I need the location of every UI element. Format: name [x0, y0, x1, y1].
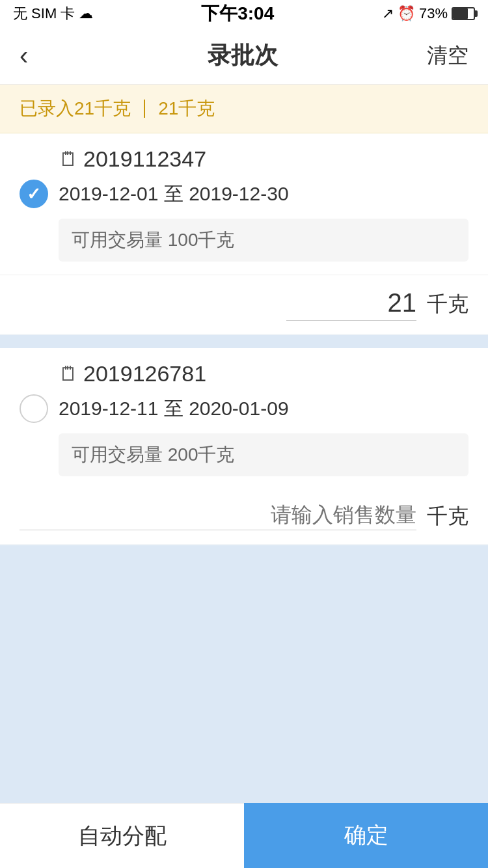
- sim-label: 无 SIM 卡 ☁: [13, 4, 93, 23]
- location-icon: ↗: [382, 5, 394, 22]
- batch-id-2: 2019126781: [83, 361, 206, 387]
- batch-card-1[interactable]: 🗒 2019112347 2019-12-01 至 2019-12-30 可用交…: [0, 133, 488, 334]
- qty-input-container: [20, 503, 416, 530]
- status-time: 下午3:04: [201, 1, 274, 26]
- page-title: 录批次: [208, 40, 278, 72]
- back-button[interactable]: ‹: [20, 41, 59, 70]
- amount-input-area-1: 21: [286, 288, 416, 321]
- battery-icon: [452, 7, 475, 20]
- auto-distribute-button[interactable]: 自动分配: [0, 803, 244, 868]
- confirm-button[interactable]: 确定: [244, 803, 488, 868]
- unit-label-2: 千克: [427, 502, 468, 531]
- batch-qty-2: 可用交易量 200千克: [59, 433, 468, 476]
- batch-icon-2: 🗒: [59, 363, 78, 385]
- radio-2[interactable]: [20, 394, 48, 423]
- status-bar: 无 SIM 卡 ☁ 下午3:04 ↗ ⏰ 73%: [0, 0, 488, 27]
- clear-button[interactable]: 清空: [427, 42, 468, 70]
- batch-id-row-2: 🗒 2019126781: [20, 361, 468, 387]
- info-recorded-label: 已录入21千克: [20, 96, 131, 121]
- battery-label: 73%: [419, 5, 448, 22]
- batch-date-row-1: 2019-12-01 至 2019-12-30: [20, 180, 468, 208]
- batch-card-2[interactable]: 🗒 2019126781 2019-12-11 至 2020-01-09 可用交…: [0, 348, 488, 544]
- batch-date-row-2: 2019-12-11 至 2020-01-09: [20, 394, 468, 423]
- batch-date-2: 2019-12-11 至 2020-01-09: [59, 396, 289, 422]
- info-value: 21千克: [158, 96, 215, 121]
- radio-1[interactable]: [20, 180, 48, 208]
- amount-line-1: [286, 320, 416, 321]
- empty-area: [0, 545, 488, 838]
- bottom-bar: 自动分配 确定: [0, 803, 488, 868]
- amount-value-1: 21: [388, 288, 417, 318]
- qty-line-2: [20, 530, 416, 530]
- info-divider: [144, 100, 145, 118]
- alarm-icon: ⏰: [398, 5, 415, 22]
- batch-id-row-1: 🗒 2019112347: [20, 146, 468, 172]
- batch-id-1: 2019112347: [83, 146, 206, 172]
- nav-bar: ‹ 录批次 清空: [0, 27, 488, 85]
- amount-row-1: 21 千克: [0, 275, 488, 334]
- amount-unit-1: 千克: [427, 290, 468, 319]
- status-right: ↗ ⏰ 73%: [382, 5, 475, 22]
- batch-qty-1: 可用交易量 100千克: [59, 219, 468, 262]
- status-left: 无 SIM 卡 ☁: [13, 4, 93, 23]
- input-row-2: 千克: [0, 489, 488, 544]
- batch-icon-1: 🗒: [59, 148, 78, 170]
- info-banner: 已录入21千克 21千克: [0, 85, 488, 133]
- batch-date-1: 2019-12-01 至 2019-12-30: [59, 181, 289, 208]
- qty-input-2[interactable]: [156, 503, 416, 527]
- section-divider: [0, 335, 488, 348]
